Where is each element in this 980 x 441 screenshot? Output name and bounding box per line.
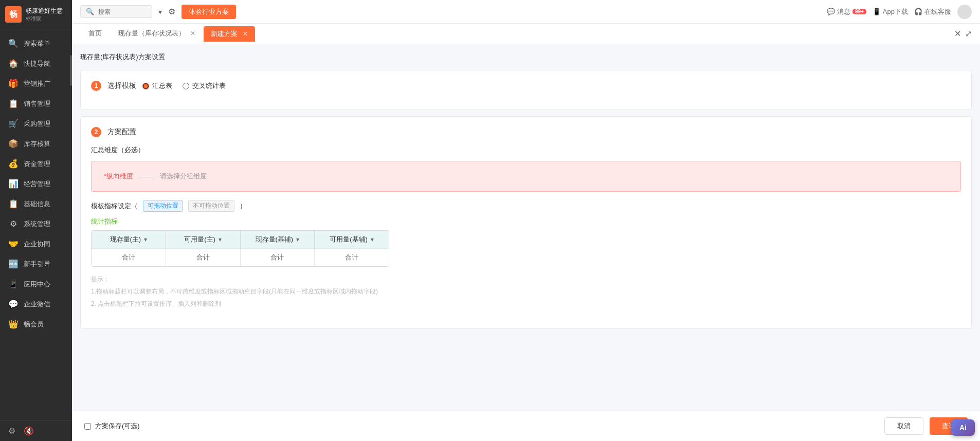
sidebar-item-system[interactable]: ⚙系统管理 [0,214,72,234]
online-service-button[interactable]: 🎧 在线客服 [914,7,951,16]
vertical-dim-label: *纵向维度 [104,172,133,181]
stats-column-header[interactable]: 可用量(基辅)▾ [315,231,389,248]
window-controls: ✕ ⤢ [954,29,972,39]
operations-icon: 📊 [8,179,19,189]
column-dropdown-arrow[interactable]: ▾ [144,236,147,243]
sidebar-item-guide[interactable]: 🆕新手引导 [0,254,72,274]
dimension-label: 汇总维度（必选） [91,145,961,155]
main-area: 🔍 ▾ ⚙ 体验行业方案 💬 消息 99+ 📱 App下载 🎧 在线客服 [72,0,980,441]
logo-icon: 畅 [5,6,22,23]
sidebar-item-label: 销售管理 [24,99,50,108]
sidebar-item-label: 基础信息 [24,199,50,209]
step1-header: 1 选择模板 汇总表 交叉统计表 [91,81,961,91]
guide-icon: 🆕 [8,259,19,269]
step2-header: 2 方案配置 [91,127,961,137]
purchase-icon: 🛒 [8,119,19,128]
sidebar-item-finance[interactable]: 💰资金管理 [0,154,72,174]
app-download-button[interactable]: 📱 App下载 [873,7,908,16]
sidebar-item-sales[interactable]: 📋销售管理 [0,94,72,114]
column-dropdown-arrow[interactable]: ▾ [296,236,299,243]
sound-icon[interactable]: 🔇 [24,426,34,436]
dim-arrow: —— [139,172,154,180]
stats-column-body: 合计 [92,249,166,266]
sidebar-item-label: 系统管理 [24,219,50,229]
sidebar-item-label: 经营管理 [24,179,50,189]
template-radio-group: 汇总表 交叉统计表 [142,81,226,90]
sidebar-item-inventory[interactable]: 📦库存核算 [0,134,72,154]
search-input[interactable] [98,8,144,15]
system-icon: ⚙ [8,219,19,229]
column-dropdown-arrow[interactable]: ▾ [371,236,374,243]
sidebar-item-appstore[interactable]: 📱应用中心 [0,274,72,294]
ai-fab-button[interactable]: Ai [951,419,975,436]
sidebar-item-label: 库存核算 [24,139,50,149]
finance-icon: 💰 [8,159,19,169]
message-icon: 💬 [827,8,835,15]
tabbar: 首页 现存量（库存状况表） ✕ 新建方案 ✕ ✕ ⤢ [72,24,980,44]
sidebar-item-label: 资金管理 [24,159,50,169]
stats-table: 现存量(主)▾可用量(主)▾现存量(基辅)▾可用量(基辅)▾ 合计合计合计合计 [91,230,389,267]
sidebar-item-label: 新手引导 [24,260,50,269]
topbar-dropdown-icon[interactable]: ▾ [158,8,162,16]
sidebar-item-operations[interactable]: 📊经营管理 [0,174,72,194]
sidebar-item-member[interactable]: 👑畅会员 [0,314,72,334]
topbar-right: 💬 消息 99+ 📱 App下载 🎧 在线客服 [827,5,972,19]
sidebar-item-label: 营销推广 [24,79,50,88]
tab-home[interactable]: 首页 [80,25,110,43]
sidebar-item-label: 采购管理 [24,119,50,128]
sidebar-logo: 畅 畅康通好生意 标准版 [0,0,72,29]
sidebar-item-purchase[interactable]: 🛒采购管理 [0,114,72,134]
stats-table-body: 合计合计合计合计 [92,248,389,266]
settings-icon[interactable]: ⚙ [8,426,15,436]
step1-label: 选择模板 [107,81,136,90]
sidebar-item-label: 搜索菜单 [24,39,50,48]
dim-placeholder: 请选择分组维度 [160,172,207,181]
stats-column-header[interactable]: 现存量(基辅)▾ [241,231,315,248]
column-dropdown-arrow[interactable]: ▾ [219,236,222,243]
stats-table-header: 现存量(主)▾可用量(主)▾现存量(基辅)▾可用量(基辅)▾ [92,231,389,248]
save-option[interactable]: 方案保存(可选) [84,421,140,431]
stats-column-header[interactable]: 现存量(主)▾ [92,231,166,248]
non-draggable-badge: 不可拖动位置 [188,200,234,212]
draggable-badge: 可拖动位置 [143,200,183,212]
search-box[interactable]: 🔍 [80,5,152,18]
basic-info-icon: 📋 [8,199,19,209]
messages-button[interactable]: 💬 消息 99+ [827,7,866,16]
user-avatar[interactable] [957,5,972,19]
sidebar-item-basic-info[interactable]: 📋基础信息 [0,194,72,214]
window-close-icon[interactable]: ✕ [954,29,961,39]
stats-column-header[interactable]: 可用量(主)▾ [166,231,241,248]
sidebar-item-label: 企业协同 [24,240,50,249]
logo-text: 畅康通好生意 标准版 [26,7,63,23]
topbar-gear-icon[interactable]: ⚙ [168,7,175,16]
stats-column-body: 合计 [241,249,315,266]
sidebar-item-marketing[interactable]: 🎁营销推广 [0,74,72,94]
tab-new-plan-close[interactable]: ✕ [243,30,248,38]
sidebar-item-quick-nav[interactable]: 🏠快捷导航 [0,53,72,74]
step2-badge: 2 [91,127,101,137]
sidebar-item-label: 企业微信 [24,300,50,309]
trial-industry-button[interactable]: 体验行业方案 [182,5,236,19]
sidebar-item-cooperation[interactable]: 🤝企业协同 [0,234,72,254]
sales-icon: 📋 [8,99,19,108]
step1-badge: 1 [91,81,101,91]
stats-column-body: 合计 [315,249,389,266]
sidebar-item-wechat[interactable]: 💬企业微信 [0,294,72,314]
quick-nav-icon: 🏠 [8,59,19,68]
radio-summary[interactable]: 汇总表 [142,81,172,90]
radio-cross[interactable]: 交叉统计表 [183,81,226,90]
cancel-button[interactable]: 取消 [884,417,923,435]
marketing-icon: 🎁 [8,79,19,88]
save-checkbox[interactable] [84,423,91,430]
tab-new-plan[interactable]: 新建方案 ✕ [204,26,255,42]
tab-inventory-status[interactable]: 现存量（库存状况表） ✕ [110,25,204,43]
stats-title: 统计指标 [91,217,961,226]
dimension-select-area[interactable]: *纵向维度 —— 请选择分组维度 [91,161,961,192]
window-expand-icon[interactable]: ⤢ [965,29,972,39]
headset-icon: 🎧 [914,8,922,15]
sidebar-item-label: 畅会员 [24,320,44,329]
member-icon: 👑 [8,319,19,329]
sidebar-item-search[interactable]: 🔍搜索菜单 [0,33,72,53]
tip-line: 1.拖动标题栏可以调整布局，不可跨维度或指标区域拖动栏目字段(只能在同一维度或指… [91,285,961,298]
tab-inventory-close[interactable]: ✕ [190,30,195,37]
